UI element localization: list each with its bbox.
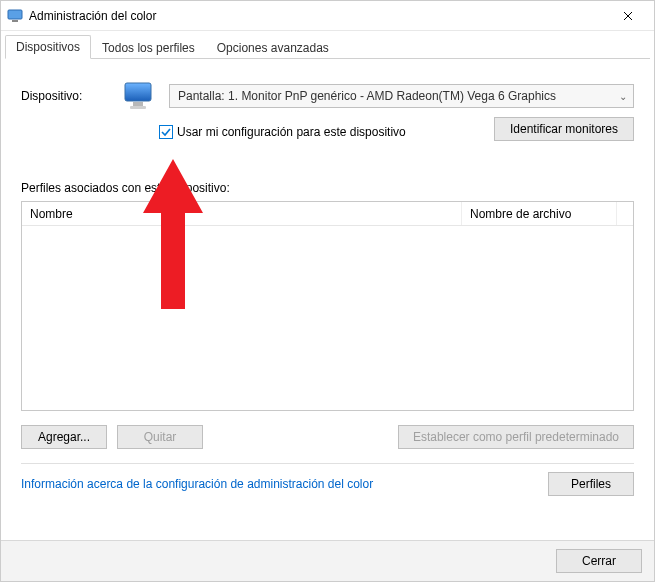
tab-label: Dispositivos — [16, 40, 80, 54]
window-title: Administración del color — [29, 9, 608, 23]
color-management-window: Administración del color Dispositivos To… — [0, 0, 655, 582]
color-management-info-link[interactable]: Información acerca de la configuración d… — [21, 477, 373, 491]
divider — [21, 463, 634, 464]
svg-rect-2 — [125, 83, 151, 101]
column-header-spacer — [616, 202, 633, 225]
device-row: Dispositivo: Pantalla: 1. Monitor PnP ge… — [21, 81, 634, 111]
add-button[interactable]: Agregar... — [21, 425, 107, 449]
tab-label: Opciones avanzadas — [217, 41, 329, 55]
device-select[interactable]: Pantalla: 1. Monitor PnP genérico - AMD … — [169, 84, 634, 108]
button-label: Establecer como perfil predeterminado — [413, 430, 619, 444]
button-label: Identificar monitores — [510, 122, 618, 136]
svg-rect-0 — [8, 10, 22, 19]
monitor-icon — [123, 81, 157, 111]
button-label: Agregar... — [38, 430, 90, 444]
button-label: Cerrar — [582, 554, 616, 568]
device-label: Dispositivo: — [21, 89, 111, 103]
device-select-value: Pantalla: 1. Monitor PnP genérico - AMD … — [178, 89, 556, 103]
remove-button: Quitar — [117, 425, 203, 449]
column-header-file[interactable]: Nombre de archivo — [462, 202, 616, 225]
svg-rect-3 — [133, 102, 143, 106]
link-label: Información acerca de la configuración d… — [21, 477, 373, 491]
tab-strip: Dispositivos Todos los perfiles Opciones… — [1, 31, 654, 59]
profiles-section-label: Perfiles asociados con este dispositivo: — [21, 181, 634, 195]
profiles-list[interactable]: Nombre Nombre de archivo — [21, 201, 634, 411]
button-label: Quitar — [144, 430, 177, 444]
tab-all-profiles[interactable]: Todos los perfiles — [91, 36, 206, 59]
dialog-footer: Cerrar — [1, 540, 654, 581]
tab-devices[interactable]: Dispositivos — [5, 35, 91, 59]
close-icon[interactable] — [608, 2, 648, 30]
svg-rect-1 — [12, 20, 18, 22]
tab-panel-devices: Dispositivo: Pantalla: 1. Monitor PnP ge… — [1, 59, 654, 540]
footer-link-row: Información acerca de la configuración d… — [21, 472, 634, 496]
close-button[interactable]: Cerrar — [556, 549, 642, 573]
profiles-list-header: Nombre Nombre de archivo — [22, 202, 633, 226]
chevron-down-icon: ⌄ — [619, 91, 627, 102]
button-label: Perfiles — [571, 477, 611, 491]
titlebar: Administración del color — [1, 1, 654, 31]
tab-advanced[interactable]: Opciones avanzadas — [206, 36, 340, 59]
profile-actions-row: Agregar... Quitar Establecer como perfil… — [21, 425, 634, 449]
column-label: Nombre — [30, 207, 73, 221]
profiles-list-body — [22, 226, 633, 410]
tab-label: Todos los perfiles — [102, 41, 195, 55]
app-icon — [7, 8, 23, 24]
set-default-profile-button: Establecer como perfil predeterminado — [398, 425, 634, 449]
column-label: Nombre de archivo — [470, 207, 571, 221]
svg-rect-4 — [130, 106, 146, 109]
column-header-name[interactable]: Nombre — [22, 202, 462, 225]
identify-monitors-button[interactable]: Identificar monitores — [494, 117, 634, 141]
profiles-button[interactable]: Perfiles — [548, 472, 634, 496]
